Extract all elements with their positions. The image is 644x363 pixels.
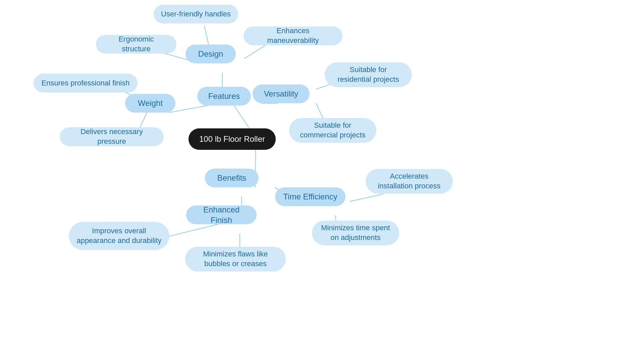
minimizes-time-node: Minimizes time spent on adjustments — [312, 221, 399, 245]
svg-line-16 — [168, 224, 218, 237]
weight-label: Weight — [138, 98, 163, 108]
time-efficiency-node: Time Efficiency — [275, 187, 345, 206]
maneuverability-label: Enhances maneuverability — [251, 26, 335, 45]
residential-node: Suitable for residential projects — [325, 62, 412, 87]
weight-node: Weight — [125, 94, 175, 113]
design-node: Design — [185, 45, 236, 63]
versatility-node: Versatility — [253, 84, 310, 103]
improves-appearance-label: Improves overall appearance and durabili… — [76, 226, 162, 245]
enhanced-finish-node: Enhanced Finish — [186, 205, 257, 224]
minimizes-time-label: Minimizes time spent on adjustments — [319, 223, 392, 242]
user-friendly-node: User-friendly handles — [154, 5, 238, 23]
accelerates-node: Accelerates installation process — [366, 169, 453, 194]
commercial-label: Suitable for commercial projects — [297, 121, 369, 140]
ensures-pro-label: Ensures professional finish — [42, 78, 130, 88]
design-label: Design — [198, 49, 223, 59]
delivers-label: Delivers necessary pressure — [67, 127, 156, 146]
delivers-node: Delivers necessary pressure — [60, 127, 164, 146]
maneuverability-node: Enhances maneuverability — [244, 26, 342, 45]
center-node: 100 lb Floor Roller — [189, 128, 276, 150]
enhanced-finish-label: Enhanced Finish — [194, 204, 249, 225]
minimizes-flaws-node: Minimizes flaws like bubbles or creases — [185, 247, 286, 271]
ensures-pro-node: Ensures professional finish — [34, 74, 138, 93]
minimizes-flaws-label: Minimizes flaws like bubbles or creases — [193, 249, 278, 268]
versatility-label: Versatility — [264, 88, 299, 99]
improves-appearance-node: Improves overall appearance and durabili… — [69, 222, 169, 250]
residential-label: Suitable for residential projects — [332, 65, 405, 84]
commercial-node: Suitable for commercial projects — [289, 118, 376, 143]
features-label: Features — [208, 91, 240, 101]
time-efficiency-label: Time Efficiency — [283, 191, 337, 202]
features-node: Features — [197, 87, 251, 106]
center-label: 100 lb Floor Roller — [199, 134, 265, 144]
ergonomic-node: Ergonomic structure — [96, 35, 176, 54]
benefits-node: Benefits — [205, 169, 259, 187]
ergonomic-label: Ergonomic structure — [103, 35, 169, 54]
benefits-label: Benefits — [217, 173, 247, 183]
svg-line-14 — [350, 194, 383, 201]
accelerates-label: Accelerates installation process — [373, 172, 445, 191]
user-friendly-label: User-friendly handles — [161, 9, 231, 19]
